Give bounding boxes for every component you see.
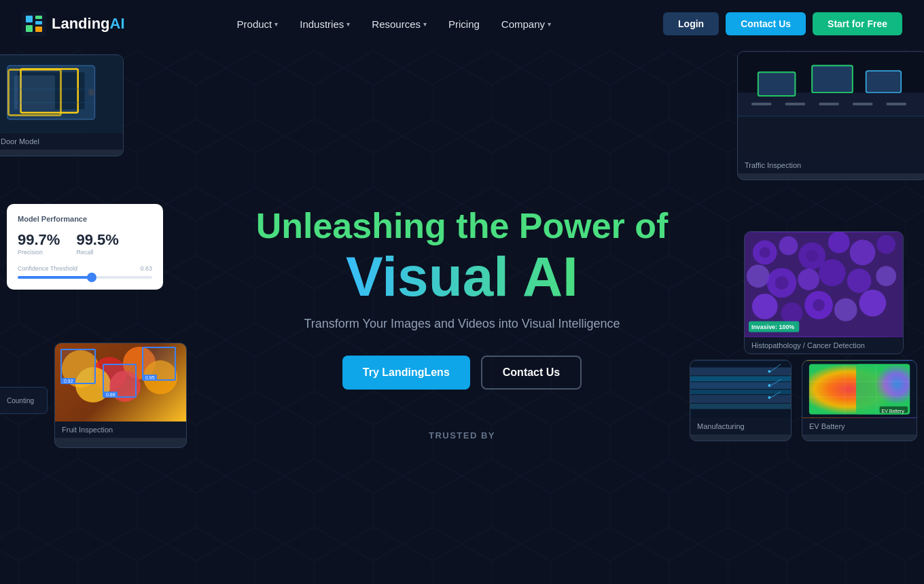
nav-pricing[interactable]: Pricing	[439, 13, 489, 35]
contact-us-hero-button[interactable]: Contact Us	[481, 356, 582, 390]
try-landinglens-button[interactable]: Try LandingLens	[342, 356, 470, 390]
svg-rect-4	[26, 25, 33, 32]
svg-rect-1	[26, 16, 33, 22]
hero-subtitle: Transform Your Images and Videos into Vi…	[304, 317, 620, 330]
svg-rect-2	[35, 16, 42, 19]
navbar: LandingAI Product ▾ Industries ▾ Resourc…	[0, 0, 924, 48]
login-button[interactable]: Login	[663, 12, 719, 35]
svg-rect-3	[35, 21, 42, 24]
nav-industries[interactable]: Industries ▾	[290, 13, 359, 35]
hero-title-line2: Visual AI	[346, 245, 578, 307]
hero-cta-group: Try LandingLens Contact Us	[342, 356, 582, 390]
nav-product[interactable]: Product ▾	[228, 13, 288, 35]
trusted-by-label: TRUSTED BY	[429, 430, 495, 441]
chevron-down-icon: ▾	[346, 20, 350, 28]
nav-resources[interactable]: Resources ▾	[362, 13, 436, 35]
chevron-down-icon: ▾	[423, 20, 427, 28]
nav-links: Product ▾ Industries ▾ Resources ▾ Prici…	[228, 13, 561, 35]
start-free-button[interactable]: Start for Free	[813, 12, 902, 35]
svg-rect-0	[22, 12, 46, 36]
chevron-down-icon: ▾	[548, 20, 551, 28]
logo-text: LandingAI	[52, 15, 125, 33]
chevron-down-icon: ▾	[274, 20, 278, 28]
hero-section: Unleashing the Power of Visual AI Transf…	[0, 48, 924, 584]
nav-company[interactable]: Company ▾	[492, 13, 561, 35]
contact-us-nav-button[interactable]: Contact Us	[726, 12, 806, 35]
logo[interactable]: LandingAI	[22, 12, 125, 36]
svg-rect-5	[35, 27, 42, 32]
hero-title-line1: Unleashing the Power of	[256, 206, 669, 245]
nav-actions: Login Contact Us Start for Free	[663, 12, 902, 35]
logo-icon	[22, 12, 46, 36]
